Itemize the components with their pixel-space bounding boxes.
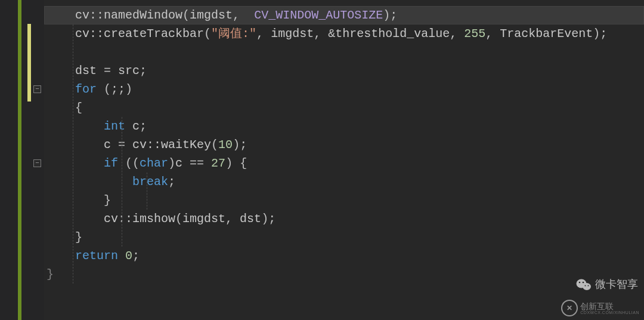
code-token: cv (132, 138, 147, 152)
code-token: ( (182, 8, 190, 22)
code-line[interactable]: c = cv::waitKey(10); (44, 136, 644, 154)
code-token: , & (314, 27, 335, 41)
code-token: , (256, 27, 271, 41)
code-token: return (75, 249, 118, 263)
code-line[interactable]: } (44, 265, 644, 284)
code-line[interactable]: return 0; (44, 247, 644, 265)
code-editor[interactable]: cv::namedWindow(imgdst, CV_WINDOW_AUTOSI… (0, 0, 644, 320)
code-token: imgdst (182, 212, 225, 226)
code-token: == (182, 156, 211, 170)
code-token: ) (233, 138, 240, 152)
code-line[interactable]: cv::imshow(imgdst, dst); (44, 210, 644, 228)
code-token: , (485, 27, 500, 41)
code-token: ( (175, 212, 182, 226)
code-line[interactable]: } (44, 191, 644, 210)
code-token: 27 (211, 156, 225, 170)
code-line[interactable]: if ((char)c == 27) { (44, 154, 644, 173)
code-token: } (75, 230, 82, 244)
code-token: , (450, 27, 464, 41)
brand-watermark: ✕ 创新互联 CDXWCX.COM/XINHULIAN (561, 300, 639, 316)
fold-toggle[interactable] (33, 159, 41, 167)
indent-guide (122, 117, 122, 247)
code-token: c (125, 119, 140, 133)
code-token: ) { (225, 156, 247, 170)
code-line[interactable]: dst = src; (44, 61, 644, 80)
code-text-area[interactable]: cv::namedWindow(imgdst, CV_WINDOW_AUTOSI… (44, 0, 644, 320)
code-token: TrackbarEvent (500, 27, 593, 41)
svg-point-3 (583, 281, 584, 283)
code-token: } (47, 267, 54, 281)
code-token: c (104, 138, 111, 152)
code-token: ; (132, 249, 140, 263)
code-token: ; (140, 64, 147, 78)
code-token: { (75, 101, 82, 115)
code-token: :: (89, 8, 104, 22)
svg-point-5 (588, 285, 589, 286)
brand-watermark-cn: 创新互联 (580, 302, 639, 310)
code-token: :: (118, 212, 132, 226)
code-token: ; (390, 8, 397, 22)
wechat-watermark: 微卡智享 (576, 275, 638, 294)
code-token: dst (75, 64, 97, 78)
code-token: :: (147, 138, 161, 152)
code-token: waitKey (161, 138, 211, 152)
code-token: ; (168, 175, 175, 189)
svg-point-2 (579, 281, 581, 283)
svg-point-1 (583, 283, 591, 290)
fold-toggle[interactable] (33, 85, 41, 93)
code-line[interactable]: } (44, 228, 644, 247)
code-token: = (97, 64, 118, 78)
wechat-icon (576, 278, 592, 291)
code-token: thresthold_value (335, 27, 450, 41)
code-token: ; (268, 212, 275, 226)
code-line[interactable]: break; (44, 173, 644, 191)
code-token: CV_WINDOW_AUTOSIZE (247, 8, 383, 22)
code-token: ( (204, 27, 211, 41)
code-token: (;;) (97, 82, 132, 96)
brand-watermark-en: CDXWCX.COM/XINHULIAN (580, 310, 639, 315)
code-token: } (104, 193, 111, 207)
code-token: break (132, 175, 168, 189)
code-token: namedWindow (104, 8, 182, 22)
code-token: src (118, 64, 140, 78)
code-token: ) (168, 156, 175, 170)
code-token: cv (104, 212, 118, 226)
code-token: char (140, 156, 168, 170)
code-token: imshow (132, 212, 175, 226)
code-token: ; (140, 119, 147, 133)
code-token: createTrackbar (104, 27, 204, 41)
code-token: ); (593, 27, 607, 41)
code-line[interactable]: { (44, 99, 644, 117)
wechat-watermark-text: 微卡智享 (595, 275, 638, 294)
code-token (118, 249, 125, 263)
code-token: if (104, 156, 118, 170)
code-token: cv (75, 27, 89, 41)
svg-point-4 (585, 285, 586, 286)
code-token: for (75, 82, 97, 96)
code-token: , (233, 8, 247, 22)
modification-marker (27, 24, 31, 101)
brand-logo-icon: ✕ (561, 300, 578, 316)
code-token: ) (261, 212, 268, 226)
code-line[interactable] (44, 43, 644, 61)
gutter-accent-bar (18, 0, 21, 320)
code-line[interactable]: cv::namedWindow(imgdst, CV_WINDOW_AUTOSI… (44, 6, 644, 24)
code-line[interactable]: for (;;) (44, 80, 644, 99)
code-token: ) (383, 8, 390, 22)
code-token: , (225, 212, 240, 226)
code-line[interactable]: cv::createTrackbar("阈值:", imgdst, &thres… (44, 24, 644, 43)
code-token: imgdst (190, 8, 233, 22)
code-token: ; (240, 138, 247, 152)
indent-guide (73, 24, 73, 284)
code-token: "阈值:" (211, 27, 256, 41)
code-token: imgdst (271, 27, 314, 41)
code-token: ( (211, 138, 218, 152)
code-token: c (175, 156, 182, 170)
code-token: dst (240, 212, 261, 226)
code-line[interactable]: int c; (44, 117, 644, 136)
indent-guide (147, 173, 147, 210)
code-token: 0 (125, 249, 132, 263)
editor-gutter (0, 0, 44, 320)
code-token: 255 (464, 27, 485, 41)
code-token: cv (75, 8, 89, 22)
